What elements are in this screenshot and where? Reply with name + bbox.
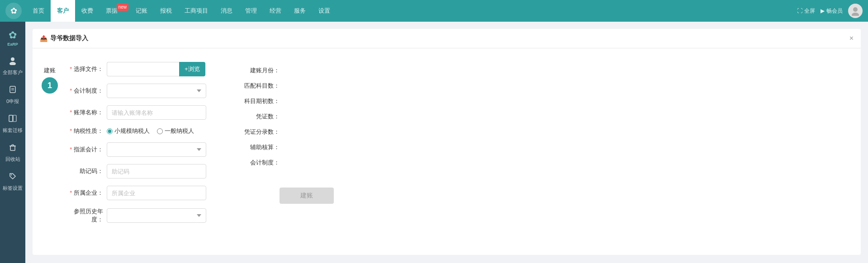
nav-item-operation[interactable]: 经营	[263, 0, 288, 22]
browse-button[interactable]: +浏览	[179, 62, 205, 76]
nav-items: 首页 客户 收费 票据 new 记账 报税 工商项目 消息 管理 经营	[26, 0, 797, 22]
assign-accountant-select[interactable]	[107, 142, 206, 157]
subject-initial-row: 科目期初数：	[239, 97, 375, 105]
svg-point-1	[852, 13, 859, 16]
memo-code-row: 助记码：	[67, 164, 221, 178]
select-file-label: 选择文件：	[67, 65, 103, 73]
nav-item-manage[interactable]: 管理	[239, 0, 263, 22]
belong-company-input[interactable]	[107, 186, 206, 200]
sidebar-item-tag-settings[interactable]: 标签设置	[0, 167, 25, 196]
member-button[interactable]: ▶ 畅会员	[821, 7, 843, 15]
voucher-entries-row: 凭证分录数：	[239, 128, 375, 136]
accounting-system-row: 会计制度：	[67, 84, 221, 98]
memo-code-input[interactable]	[107, 164, 206, 178]
belong-company-row: 所属企业：	[67, 186, 221, 200]
svg-point-14	[11, 174, 12, 175]
assign-accountant-label: 指派会计：	[67, 146, 103, 154]
match-subjects-row: 匹配科目数：	[239, 82, 375, 90]
nav-item-business[interactable]: 工商项目	[178, 0, 214, 22]
dialog-title: 📤 导爷数据导入	[40, 34, 88, 42]
svg-rect-7	[9, 115, 13, 122]
account-migrate-icon	[8, 114, 17, 125]
ledger-name-input[interactable]	[107, 105, 206, 120]
declare-icon	[8, 85, 17, 96]
nav-item-message[interactable]: 消息	[214, 0, 239, 22]
fullscreen-button[interactable]: ⛶ 全屏	[797, 7, 815, 15]
logo-icon: ✿	[10, 6, 17, 16]
user-avatar[interactable]	[848, 4, 863, 18]
sidebar-item-declare[interactable]: 0申报	[0, 80, 25, 109]
assign-accountant-row: 指派会计：	[67, 142, 221, 157]
sidebar-item-account-migrate[interactable]: 账套迁移	[0, 109, 25, 138]
dialog-header: 📤 导爷数据导入 ×	[33, 29, 861, 48]
ref-fiscal-year-label: 参照历史年度：	[67, 207, 103, 224]
sidebar-logo: ✿ EaRP	[5, 26, 21, 50]
avatar-icon	[850, 6, 860, 16]
general-taxpayer-option[interactable]: 一般纳税人	[157, 127, 194, 135]
aux-accounting-label: 辅助核算：	[239, 143, 280, 151]
create-month-row: 建账月份：	[239, 66, 375, 75]
new-badge: new	[117, 4, 128, 11]
voucher-count-label: 凭证数：	[239, 113, 280, 121]
app-logo[interactable]: ✿	[5, 3, 22, 19]
info-accounting-system-label: 会计制度：	[239, 159, 280, 167]
select-file-row: 选择文件： +浏览	[67, 62, 221, 76]
nav-item-service[interactable]: 服务	[288, 0, 312, 22]
ref-fiscal-year-row: 参照历史年度：	[67, 207, 221, 224]
step-label: 建账	[44, 66, 56, 75]
small-taxpayer-radio[interactable]	[107, 128, 113, 134]
dialog-panel: 📤 导爷数据导入 × 建账 1 选择文件： +浏览	[33, 29, 861, 255]
dialog-title-icon: 📤	[40, 35, 47, 42]
create-account-button[interactable]: 建账	[280, 188, 334, 204]
all-customers-icon	[8, 56, 17, 67]
voucher-entries-label: 凭证分录数：	[239, 128, 280, 136]
ledger-name-row: 账簿名称：	[67, 105, 221, 120]
nav-item-customer[interactable]: 客户	[51, 0, 75, 22]
nav-item-tax[interactable]: 报税	[154, 0, 178, 22]
svg-rect-8	[13, 115, 16, 122]
general-taxpayer-radio[interactable]	[157, 128, 163, 134]
main-content: 📤 导爷数据导入 × 建账 1 选择文件： +浏览	[25, 22, 868, 263]
general-taxpayer-label: 一般纳税人	[165, 127, 194, 135]
create-month-label: 建账月份：	[239, 66, 280, 75]
nav-item-invoice[interactable]: 票据 new	[100, 0, 129, 22]
ref-fiscal-year-select[interactable]	[107, 208, 206, 223]
accounting-system-select[interactable]	[107, 84, 206, 98]
recycle-icon	[8, 143, 17, 154]
nav-item-home[interactable]: 首页	[26, 0, 51, 22]
sidebar: ✿ EaRP 全部客户 0申报 账套迁移 回收站 标签设置	[0, 22, 25, 263]
step-indicator: 建账 1	[42, 62, 58, 94]
match-subjects-label: 匹配科目数：	[239, 82, 280, 90]
form-container: 建账 1 选择文件： +浏览 会计制度：	[33, 48, 861, 237]
sidebar-item-recycle[interactable]: 回收站	[0, 138, 25, 167]
file-input-wrapper: +浏览	[107, 62, 205, 76]
tag-settings-icon	[8, 172, 17, 183]
memo-code-label: 助记码：	[67, 167, 103, 175]
nav-item-collection[interactable]: 收费	[75, 0, 100, 22]
step-circle: 1	[42, 77, 58, 94]
top-navigation: ✿ 首页 客户 收费 票据 new 记账 报税 工商项目 消息 管理	[0, 0, 868, 22]
dialog-close-button[interactable]: ×	[849, 34, 854, 42]
nav-right: ⛶ 全屏 ▶ 畅会员	[797, 4, 863, 18]
info-accounting-system-row: 会计制度：	[239, 159, 375, 167]
accounting-system-label: 会计制度：	[67, 87, 103, 95]
nav-item-settings[interactable]: 设置	[312, 0, 337, 22]
file-input[interactable]	[107, 62, 179, 76]
small-taxpayer-option[interactable]: 小规模纳税人	[107, 127, 150, 135]
subject-initial-label: 科目期初数：	[239, 97, 280, 105]
belong-company-label: 所属企业：	[67, 189, 103, 197]
small-taxpayer-label: 小规模纳税人	[114, 127, 150, 135]
fullscreen-icon: ⛶	[797, 8, 802, 14]
tax-type-label: 纳税性质：	[67, 127, 103, 135]
svg-rect-4	[10, 86, 15, 93]
nav-item-ledger[interactable]: 记账	[129, 0, 154, 22]
form-left: 建账 1 选择文件： +浏览 会计制度：	[42, 62, 221, 224]
svg-point-0	[853, 7, 858, 12]
svg-rect-9	[10, 146, 15, 150]
ledger-name-label: 账簿名称：	[67, 108, 103, 117]
tax-type-radio-group: 小规模纳税人 一般纳税人	[107, 127, 194, 135]
sidebar-item-all-customers[interactable]: 全部客户	[0, 52, 25, 80]
form-right: 建账月份： 匹配科目数： 科目期初数： 凭证数： 凭证分录数：	[239, 62, 375, 224]
member-play-icon: ▶	[821, 8, 825, 14]
voucher-count-row: 凭证数：	[239, 113, 375, 121]
